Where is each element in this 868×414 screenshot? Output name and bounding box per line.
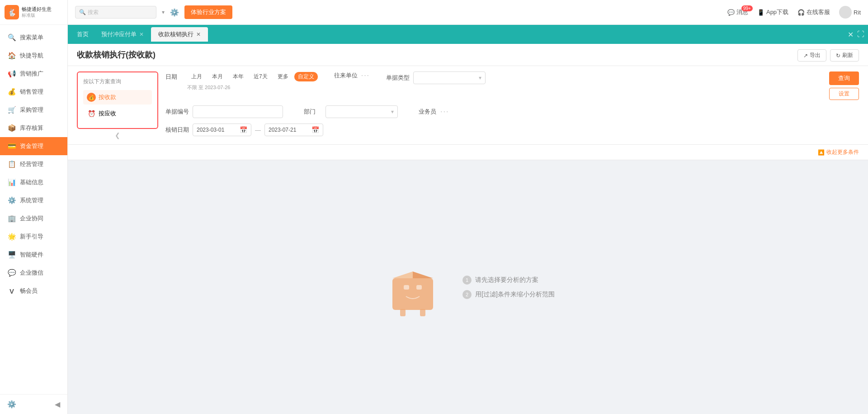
date-sub-text: 不限 至 2023-07-26	[187, 85, 230, 90]
filter-left-panel: 按以下方案查询 💰 按收款 ⏰ 按应收 ❮	[77, 71, 158, 139]
sidebar-item-basic[interactable]: 📊 基础信息	[0, 173, 67, 191]
dept-select[interactable]: ▾	[326, 105, 398, 118]
solution-button[interactable]: 体验行业方案	[184, 5, 232, 19]
bill-type-select[interactable]: ▾	[413, 71, 486, 84]
filter-panel-collapse[interactable]: ❮	[77, 132, 158, 139]
sidebar-item-label: 快捷导航	[20, 52, 43, 60]
sidebar-item-sales[interactable]: 💰 销售管理	[0, 83, 67, 101]
receipt-icon: 💰	[87, 93, 96, 102]
sidebar-item-newbie[interactable]: 🌟 新手引导	[0, 228, 67, 246]
step-1-num: 1	[462, 276, 472, 285]
collapse-sidebar-icon[interactable]: ◀	[55, 400, 60, 409]
app-icon: 📱	[757, 9, 764, 16]
collapse-up-icon: 🔼	[818, 149, 825, 156]
search-box[interactable]: 🔍 搜索	[75, 6, 156, 19]
sidebar-item-label: 系统管理	[20, 196, 43, 205]
filter-area: 按以下方案查询 💰 按收款 ⏰ 按应收 ❮	[68, 66, 868, 145]
sidebar-item-enterprise[interactable]: 🏢 企业协同	[0, 209, 67, 228]
calendar-start-icon[interactable]: 📅	[240, 126, 247, 133]
sidebar-item-label: 搜索菜单	[20, 33, 43, 42]
date-btn-7days[interactable]: 近7天	[250, 71, 272, 82]
app-edition: 标准版	[22, 12, 52, 19]
tab-close-all-icon[interactable]: ✕	[848, 30, 854, 39]
export-button[interactable]: ↗ 导出	[797, 49, 826, 62]
filter-option-by-receivable[interactable]: ⏰ 按应收	[83, 106, 152, 121]
operation-icon: 📋	[7, 160, 16, 169]
bill-number-input[interactable]	[193, 105, 283, 118]
sidebar-item-system[interactable]: ⚙️ 系统管理	[0, 191, 67, 209]
main-content: 🔍 搜索 ▾ ⚙️ 体验行业方案 💬 消息 99+ 📱 App下载 🎧 在线客服…	[68, 0, 868, 414]
hardware-icon: 🖥️	[7, 250, 16, 259]
marketing-icon: 📢	[7, 69, 16, 78]
staff-input-dots[interactable]: ···	[440, 108, 449, 116]
sidebar-item-label: 基础信息	[20, 178, 43, 186]
calendar-end-icon[interactable]: 📅	[311, 126, 319, 133]
sidebar-item-hardware[interactable]: 🖥️ 智能硬件	[0, 246, 67, 264]
bill-number-label: 单据编号	[165, 108, 189, 116]
date-btn-custom[interactable]: 自定义	[294, 72, 318, 81]
content-header: 收款核销执行(按收款) ↗ 导出 ↻ 刷新	[68, 44, 868, 66]
purchase-icon: 🛒	[7, 105, 16, 114]
sidebar-item-finance[interactable]: 💳 资金管理	[0, 137, 67, 155]
tab-home[interactable]: 首页	[71, 27, 94, 42]
tab-receipt[interactable]: 收款核销执行 ✕	[151, 27, 208, 42]
step-2-label: 用[过滤]条件来缩小分析范围	[475, 290, 555, 299]
dept-label: 部门	[304, 108, 322, 116]
sidebar-item-operation[interactable]: 📋 经营管理	[0, 155, 67, 173]
tab-receipt-close[interactable]: ✕	[196, 31, 201, 38]
search-icon: 🔍	[79, 9, 86, 15]
service-icon: 🎧	[797, 9, 805, 16]
search-dropdown-icon[interactable]: ▾	[162, 9, 165, 15]
sidebar-menu: 🔍 搜索菜单 🏠 快捷导航 📢 营销推广 💰 销售管理 🛒 采购管理 📦 库存核…	[0, 25, 67, 394]
verify-date-start[interactable]: 2023-03-01 📅	[193, 124, 251, 136]
bill-type-label: 单据类型	[386, 74, 410, 82]
message-button[interactable]: 💬 消息 99+	[727, 8, 748, 16]
sidebar-item-search[interactable]: 🔍 搜索菜单	[0, 29, 67, 47]
sidebar-item-marketing[interactable]: 📢 营销推广	[0, 65, 67, 83]
app-download-button[interactable]: 📱 App下载	[757, 8, 788, 16]
svg-marker-2	[413, 271, 433, 278]
tab-prepay[interactable]: 预付冲应付单 ✕	[94, 27, 151, 42]
gear-icon[interactable]: ⚙️	[170, 8, 179, 17]
sidebar-item-wechat[interactable]: 💬 企业微信	[0, 264, 67, 282]
topbar: 🔍 搜索 ▾ ⚙️ 体验行业方案 💬 消息 99+ 📱 App下载 🎧 在线客服…	[68, 0, 868, 25]
tab-home-label: 首页	[77, 30, 89, 38]
svg-rect-0	[392, 278, 433, 310]
sidebar-item-label: 库存核算	[20, 124, 43, 132]
sidebar-item-inventory[interactable]: 📦 库存核算	[0, 119, 67, 137]
partner-label: 往来单位	[334, 71, 358, 80]
settings-icon[interactable]: ⚙️	[7, 400, 16, 409]
svg-rect-3	[404, 285, 409, 290]
header-actions: ↗ 导出 ↻ 刷新	[797, 49, 859, 62]
settings-button[interactable]: 设置	[829, 88, 859, 100]
date-btn-last-month[interactable]: 上月	[187, 71, 206, 82]
tab-expand-icon[interactable]: ⛶	[857, 30, 864, 38]
query-button[interactable]: 查询	[829, 71, 859, 85]
empty-illustration	[381, 256, 444, 319]
partner-input-dots[interactable]: ···	[361, 71, 370, 80]
filter-option-receipt-label: 按收款	[99, 93, 116, 101]
verify-date-end[interactable]: 2023-07-21 📅	[264, 124, 323, 136]
sidebar-item-quick[interactable]: 🏠 快捷导航	[0, 47, 67, 65]
avatar	[839, 6, 852, 19]
step-1-label: 请先选择要分析的方案	[475, 276, 538, 284]
date-btn-this-month[interactable]: 本月	[208, 71, 227, 82]
service-button[interactable]: 🎧 在线客服	[797, 8, 830, 16]
filter-right-panel: 日期 上月 本月 本年 近7天 更多 自定义 不限 至 2023-0	[165, 71, 859, 139]
filter-option-receivable-label: 按应收	[99, 109, 116, 118]
collapse-more-bar[interactable]: 🔼 收起更多条件	[68, 145, 868, 160]
tab-prepay-close[interactable]: ✕	[139, 31, 144, 38]
sidebar-item-purchase[interactable]: 🛒 采购管理	[0, 101, 67, 119]
sidebar-item-label: 新手引导	[20, 233, 43, 241]
refresh-button[interactable]: ↻ 刷新	[830, 49, 859, 62]
date-btn-this-year[interactable]: 本年	[229, 71, 248, 82]
staff-label: 业务员	[419, 108, 437, 116]
filter-option-by-receipt[interactable]: 💰 按收款	[83, 90, 152, 105]
tabbar: 首页 预付冲应付单 ✕ 收款核销执行 ✕ ✕ ⛶	[68, 25, 868, 44]
empty-state: 1 请先选择要分析的方案 2 用[过滤]条件来缩小分析范围	[68, 160, 868, 414]
empty-svg	[381, 256, 444, 319]
user-menu[interactable]: Rit	[839, 6, 861, 19]
export-icon: ↗	[803, 52, 808, 59]
date-btn-more[interactable]: 更多	[274, 71, 292, 82]
sidebar-item-member[interactable]: V 畅会员	[0, 282, 67, 300]
